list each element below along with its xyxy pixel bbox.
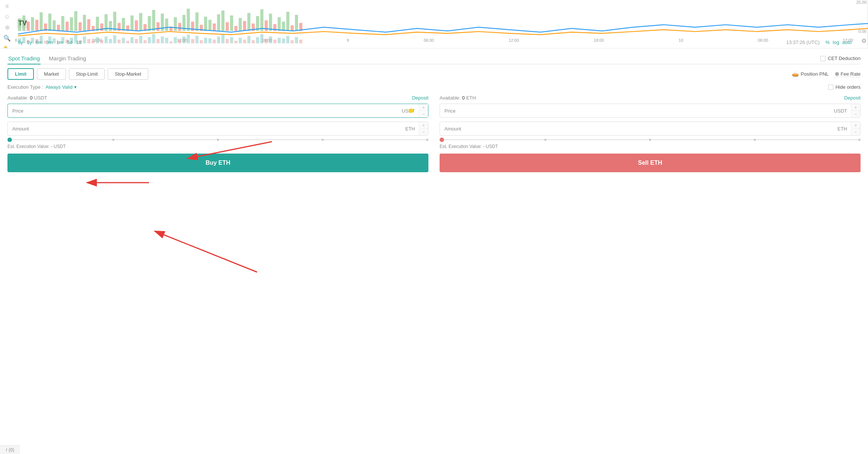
yellow-dot	[409, 108, 413, 113]
buy-amount-decrement[interactable]: −	[419, 129, 428, 135]
sell-slider-track[interactable]	[440, 139, 861, 140]
sell-amount-currency: ETH	[834, 126, 851, 132]
order-type-market[interactable]: Market	[37, 68, 66, 80]
sell-amount-increment[interactable]: +	[851, 122, 860, 129]
sell-slider-dot-75	[754, 139, 756, 141]
order-type-stop-market[interactable]: Stop-Market	[108, 68, 148, 80]
sell-price-currency: USDT	[830, 108, 851, 114]
sell-price-decrement[interactable]: −	[851, 111, 860, 117]
trading-tabs: Spot Trading Margin Trading	[7, 53, 87, 64]
tab-margin-trading[interactable]: Margin Trading	[48, 53, 87, 64]
fee-rate-label: Fee Rate	[841, 71, 861, 77]
chart-sidebar-icons: ≡ ☺ ⊕ 🔍 📏	[0, 0, 14, 48]
tf-1d[interactable]: 1d	[76, 40, 81, 45]
svg-rect-12	[70, 17, 73, 31]
buy-price-input[interactable]	[34, 104, 398, 117]
menu-icon[interactable]: ≡	[5, 3, 9, 10]
ruler-icon[interactable]: 📏	[3, 45, 11, 48]
svg-rect-7	[48, 14, 51, 31]
execution-row: Execution Type : Always Valid ▾ Hide ord…	[7, 84, 861, 90]
chart-utc-time: 13:37:26 (UTC)	[786, 40, 820, 45]
tf-3m[interactable]: 3m	[46, 40, 53, 45]
auto-option[interactable]: auto	[842, 40, 852, 45]
chart-timeframe: 5y 1y 6m 3m 1m 5d 1d	[18, 40, 82, 45]
svg-rect-45	[213, 23, 216, 31]
svg-rect-41	[196, 12, 199, 31]
svg-rect-16	[87, 19, 90, 31]
svg-rect-57	[264, 21, 267, 31]
svg-rect-37	[178, 23, 181, 31]
svg-rect-0	[18, 19, 21, 31]
order-type-limit[interactable]: Limit	[7, 68, 34, 80]
smiley-icon[interactable]: ☺	[4, 13, 10, 20]
buy-price-decrement[interactable]: −	[419, 111, 428, 117]
execution-type-container: Execution Type : Always Valid ▾	[7, 84, 77, 90]
chart-options: % log auto	[826, 40, 852, 45]
svg-rect-19	[100, 23, 103, 31]
tf-1m[interactable]: 1m	[57, 40, 63, 45]
buy-slider-dot-25	[112, 139, 114, 141]
execution-type-select[interactable]: Always Valid ▾	[45, 84, 77, 90]
buy-deposit-link[interactable]: Deposit	[412, 95, 428, 101]
svg-rect-46	[217, 14, 220, 31]
sell-price-input[interactable]	[466, 104, 830, 117]
sell-deposit-link[interactable]: Deposit	[844, 95, 861, 101]
svg-rect-53	[247, 13, 250, 31]
tf-6m[interactable]: 6m	[35, 40, 42, 45]
position-pnl-control[interactable]: 🥧 Position PNL	[792, 70, 829, 78]
buy-price-increment[interactable]: +	[419, 104, 428, 111]
trading-columns: Available: 0 USDT Deposit Price USDT + −	[7, 95, 861, 172]
sell-price-increment[interactable]: +	[851, 104, 860, 111]
fee-rate-control[interactable]: ⊗ Fee Rate	[835, 71, 861, 77]
sell-button[interactable]: Sell ETH	[440, 154, 861, 172]
tf-1y[interactable]: 1y	[27, 40, 32, 45]
buy-amount-label: Amount	[8, 126, 34, 132]
tf-5d[interactable]: 5d	[67, 40, 72, 45]
buy-column: Available: 0 USDT Deposit Price USDT + −	[7, 95, 428, 172]
execution-type-label: Execution Type :	[7, 84, 43, 90]
svg-rect-30	[148, 16, 151, 31]
svg-rect-4	[35, 20, 38, 31]
order-type-stop-limit[interactable]: Stop-Limit	[69, 68, 105, 80]
sell-amount-label: Amount	[440, 126, 466, 132]
sell-available-amount: 0	[462, 95, 465, 101]
svg-rect-50	[234, 26, 237, 31]
svg-rect-52	[243, 21, 246, 31]
order-type-buttons: Limit Market Stop-Limit Stop-Market	[7, 68, 148, 80]
buy-amount-increment[interactable]: +	[419, 122, 428, 129]
sell-slider-thumb[interactable]	[440, 138, 444, 142]
sell-available: Available: 0 ETH	[440, 95, 476, 101]
order-right-controls: 🥧 Position PNL ⊗ Fee Rate	[792, 70, 861, 78]
buy-button[interactable]: Buy ETH	[7, 154, 428, 172]
svg-rect-48	[226, 22, 229, 31]
svg-rect-63	[291, 25, 294, 31]
sell-amount-input[interactable]	[466, 122, 834, 135]
hide-orders-checkbox[interactable]	[828, 85, 833, 90]
log-option[interactable]: log	[833, 40, 839, 45]
svg-rect-61	[282, 22, 285, 31]
chart-settings-icon[interactable]: ⚙	[861, 37, 867, 44]
percent-option[interactable]: %	[826, 40, 830, 45]
tf-5y[interactable]: 5y	[18, 40, 23, 45]
crosshair-icon[interactable]: ⊕	[5, 24, 10, 31]
hide-orders-label: Hide orders	[836, 84, 861, 90]
buy-available-row: Available: 0 USDT Deposit	[7, 95, 428, 101]
svg-rect-58	[269, 14, 272, 31]
buy-available: Available: 0 USDT	[7, 95, 47, 101]
svg-rect-39	[187, 9, 190, 31]
svg-rect-26	[130, 15, 133, 31]
svg-rect-60	[278, 17, 281, 31]
svg-rect-14	[79, 22, 82, 31]
buy-slider-track[interactable]	[7, 139, 428, 140]
svg-rect-36	[174, 17, 177, 31]
buy-amount-input[interactable]	[34, 122, 402, 135]
sell-amount-decrement[interactable]: −	[851, 129, 860, 135]
svg-rect-47	[221, 10, 224, 31]
buy-slider-thumb[interactable]	[7, 138, 12, 142]
zoom-icon[interactable]: 🔍	[3, 35, 11, 42]
svg-rect-32	[156, 22, 159, 31]
sell-amount-stepper: + −	[851, 122, 860, 135]
tab-spot-trading[interactable]: Spot Trading	[7, 53, 41, 64]
buy-price-label: Price	[8, 108, 34, 114]
cet-deduction-checkbox[interactable]	[820, 56, 826, 61]
